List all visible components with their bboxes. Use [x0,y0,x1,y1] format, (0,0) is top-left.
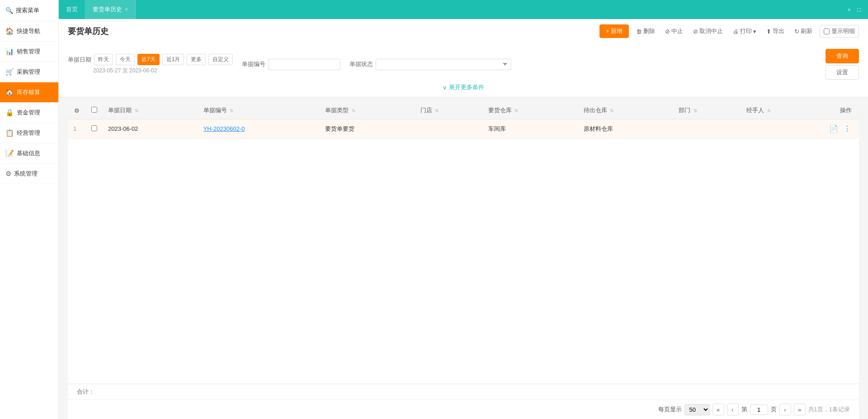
td-actions: 📄 ⋮ [823,119,859,138]
close-window-button[interactable]: × [848,6,851,13]
td-pending-warehouse: 原材料仓库 [578,119,674,138]
page-size-label: 每页显示 [658,405,682,414]
page-title-row: 要货单历史 + 新增 🗑 删除 ⊘ 中止 ⊘ 取消中止 [68,24,859,38]
status-select[interactable] [376,59,511,70]
th-checkbox[interactable] [86,102,103,119]
date-btn-last1month[interactable]: 近1月 [162,54,184,65]
system-icon: ⚙ [5,170,11,178]
expand-more-button[interactable]: ∨ 展开更多条件 [443,83,484,91]
sidebar-item-sales[interactable]: 📊 销售管理 [0,42,58,62]
filter-area: 单据日期 昨天 今天 近7天 近1月 更多 自定义 2023-05-27 至 2… [68,43,859,97]
sort-req-warehouse-icon: ⇅ [514,108,518,113]
view-action-button[interactable]: 📄 [828,124,839,134]
th-handler-label: 经手人 [746,107,764,114]
sidebar-item-system[interactable]: ⚙ 系统管理 [0,164,58,184]
display-detail-checkbox[interactable] [824,29,830,34]
tab-close-icon[interactable]: × [125,6,128,13]
refresh-icon: ↻ [794,28,799,35]
sidebar-item-label: 采购管理 [17,68,40,76]
row-checkbox[interactable] [91,125,97,131]
cancel-suspend-button[interactable]: ⊘ 取消中止 [690,25,726,37]
tab-home[interactable]: 首页 [59,0,85,19]
last-page-button[interactable]: » [794,404,806,415]
th-doc-no[interactable]: 单据编号 ⇅ [198,102,320,119]
filter-dates: 昨天 今天 近7天 近1月 更多 自定义 [94,54,233,65]
sidebar-item-finance[interactable]: 🔒 资金管理 [0,103,58,123]
sidebar-item-basic[interactable]: 📝 基础信息 [0,143,58,164]
print-button[interactable]: 🖨 打印 ▾ [730,25,759,37]
pagination: 每页显示 10 20 50 100 « ‹ 第 页 › » 共1页，1条记录 [68,400,859,419]
first-page-button[interactable]: « [712,404,724,415]
page-number-input[interactable] [750,405,768,415]
table-body: 1 2023-06-02 YH-20230602-0 要货单要货 车间库 原材料… [68,119,859,138]
cancel-suspend-icon: ⊘ [693,28,698,35]
th-handler[interactable]: 经手人 ⇅ [741,102,823,119]
th-req-warehouse-label: 要货仓库 [488,107,512,114]
td-checkbox[interactable] [86,119,103,138]
table-row: 1 2023-06-02 YH-20230602-0 要货单要货 车间库 原材料… [68,119,859,138]
th-pending-warehouse[interactable]: 待出仓库 ⇅ [578,102,674,119]
next-page-button[interactable]: › [779,404,791,415]
new-button[interactable]: + 新增 [599,24,629,38]
th-doc-type-label: 单据类型 [325,107,349,114]
date-range-display: 2023-05-27 至 2023-06-02 [93,67,157,75]
sidebar-item-quick-nav[interactable]: 🏠 快捷导航 [0,21,58,42]
print-icon: 🖨 [733,28,739,35]
th-req-warehouse[interactable]: 要货仓库 ⇅ [483,102,578,119]
delete-icon: 🗑 [636,28,642,35]
export-button[interactable]: ⬆ 导出 [764,25,787,37]
doc-no-label: 单据编号 [242,60,265,68]
td-req-warehouse: 车间库 [483,119,578,138]
th-doc-no-label: 单据编号 [203,107,227,114]
page-label-after: 页 [771,405,777,414]
td-num: 1 [68,119,86,138]
sidebar-item-inventory[interactable]: 🏠 库存核算 [0,82,58,103]
sidebar: 🔍 搜索菜单 🏠 快捷导航 📊 销售管理 🛒 采购管理 🏠 库存核算 🔒 资金管… [0,0,59,419]
th-settings[interactable]: ⚙ [68,102,86,119]
th-date[interactable]: 单据日期 ⇅ [103,102,198,119]
print-dropdown-icon: ▾ [753,28,756,35]
tab-requisition-history[interactable]: 要货单历史 × [85,0,136,19]
td-department [673,119,741,138]
th-date-label: 单据日期 [108,107,132,114]
date-btn-more[interactable]: 更多 [187,54,206,65]
date-btn-custom[interactable]: 自定义 [208,54,233,65]
date-btn-last7days[interactable]: 近7天 [137,54,160,65]
prev-page-button[interactable]: ‹ [727,404,739,415]
sidebar-item-purchase[interactable]: 🛒 采购管理 [0,62,58,82]
display-detail-button[interactable]: 显示明细 [820,25,859,38]
refresh-button[interactable]: ↻ 刷新 [792,25,815,37]
more-action-button[interactable]: ⋮ [843,124,852,134]
sidebar-search-label: 搜索菜单 [16,6,39,14]
th-department-label: 部门 [679,107,690,114]
select-all-checkbox[interactable] [91,107,97,113]
date-btn-yesterday[interactable]: 昨天 [94,54,113,65]
sidebar-item-label: 销售管理 [17,48,40,56]
query-button[interactable]: 查询 [826,49,859,63]
sort-date-icon: ⇅ [135,108,138,113]
th-store[interactable]: 门店 ⇅ [415,102,483,119]
sidebar-search[interactable]: 🔍 搜索菜单 [0,0,58,21]
export-icon: ⬆ [766,28,771,35]
th-department[interactable]: 部门 ⇅ [673,102,741,119]
sort-handler-icon: ⇅ [767,108,771,113]
settings-button[interactable]: 设置 [826,65,859,80]
date-btn-today[interactable]: 今天 [116,54,135,65]
sidebar-item-label: 资金管理 [17,109,40,117]
sort-doc-type-icon: ⇅ [352,108,355,113]
td-doc-no[interactable]: YH-20230602-0 [198,119,320,138]
doc-no-input[interactable] [268,59,340,70]
th-doc-type[interactable]: 单据类型 ⇅ [320,102,415,119]
page-size-select[interactable]: 10 20 50 100 [684,404,710,415]
suspend-icon: ⊘ [665,28,670,35]
data-table: ⚙ 单据日期 ⇅ 单据编号 ⇅ 单据类型 [68,102,859,138]
sales-icon: 📊 [5,48,14,56]
page-title: 要货单历史 [68,26,108,37]
filter-expand-row: ∨ 展开更多条件 [68,83,859,93]
td-doc-type: 要货单要货 [320,119,415,138]
delete-button[interactable]: 🗑 删除 [633,25,658,37]
sidebar-item-operation[interactable]: 📋 经营管理 [0,123,58,143]
maximize-window-button[interactable]: □ [857,6,861,13]
suspend-button[interactable]: ⊘ 中止 [662,25,686,37]
operation-icon: 📋 [5,129,14,137]
